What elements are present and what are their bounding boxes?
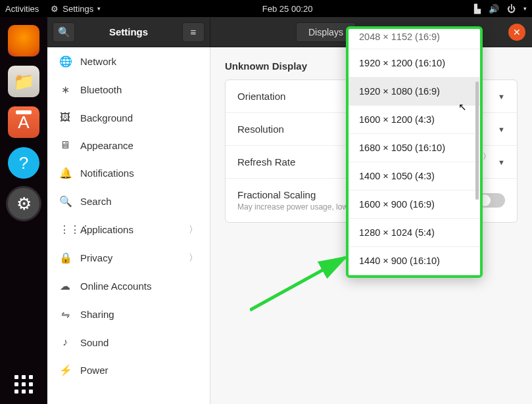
sidebar-item-label: Power: [80, 365, 109, 376]
sidebar-item-label: Online Accounts: [80, 281, 151, 292]
resolution-option[interactable]: 2048 × 1152 (16:9): [349, 29, 480, 49]
svg-line-0: [250, 258, 345, 310]
dock-show-apps[interactable]: [14, 375, 33, 393]
sidebar-item-applications[interactable]: ⋮⋮⋮Applications〉: [47, 215, 210, 244]
sidebar-item-label: Search: [80, 196, 112, 207]
resolution-option[interactable]: 1440 × 900 (16:10): [349, 247, 480, 275]
sidebar-item-label: Appearance: [80, 140, 133, 151]
sidebar-item-background[interactable]: 🖼Background: [47, 104, 210, 131]
dock-firefox[interactable]: [8, 25, 39, 56]
close-icon: ✕: [513, 27, 521, 37]
sidebar-item-bluetooth[interactable]: ∗Bluetooth: [47, 76, 210, 104]
sidebar-item-label: Privacy: [80, 252, 112, 263]
row-label: Orientation: [237, 91, 285, 102]
sidebar-item-sound[interactable]: ♪Sound: [47, 328, 210, 356]
sidebar-item-notifications[interactable]: 🔔Notifications: [47, 159, 210, 187]
chevron-down-icon: ▾: [523, 5, 527, 12]
bluetooth-icon: ∗: [59, 83, 71, 96]
scrollbar[interactable]: [475, 81, 479, 200]
sidebar-item-label: Applications: [80, 224, 133, 235]
resolution-option[interactable]: 1920 × 1200 (16:10): [349, 49, 480, 78]
globe-icon: 🌐: [59, 55, 71, 68]
menu-icon: ≡: [191, 26, 197, 37]
resolution-dropdown[interactable]: 2048 × 1152 (16:9) 1920 × 1200 (16:10) 1…: [346, 26, 483, 278]
bell-icon: 🔔: [59, 167, 71, 179]
sidebar-item-label: Bluetooth: [80, 84, 122, 95]
row-label: Refresh Rate: [237, 156, 295, 168]
sidebar-item-network[interactable]: 🌐Network: [47, 47, 210, 76]
share-icon: ⇋: [59, 308, 71, 321]
lock-icon: 🔒: [59, 252, 71, 264]
chevron-down-icon: ▼: [498, 93, 505, 101]
volume-icon[interactable]: 🔊: [489, 4, 499, 14]
cloud-icon: ☁: [59, 280, 71, 292]
dock-settings[interactable]: ⚙: [8, 188, 39, 219]
row-label: Fractional Scaling: [237, 189, 352, 200]
dock-files[interactable]: 📁: [8, 66, 39, 97]
search-button[interactable]: 🔍: [53, 22, 75, 42]
picture-icon: 🖼: [59, 112, 71, 123]
power-icon[interactable]: ⏻: [507, 4, 516, 14]
app-menu[interactable]: ⚙ Settings ▾: [51, 4, 101, 14]
resolution-option[interactable]: 1400 × 1050 (4:3): [349, 162, 480, 191]
chevron-right-icon: 〉: [189, 252, 198, 264]
chevron-down-icon: ▼: [498, 125, 505, 133]
hamburger-button[interactable]: ≡: [182, 22, 205, 42]
sidebar-item-appearance[interactable]: 🖥Appearance: [47, 131, 210, 159]
grid-icon: ⋮⋮⋮: [59, 223, 71, 236]
row-subtitle: May increase power usage, lowe: [237, 202, 352, 212]
resolution-option[interactable]: 1600 × 900 (16:9): [349, 191, 480, 219]
sidebar-item-label: Notifications: [80, 168, 134, 179]
chevron-right-icon: 〉: [483, 151, 491, 162]
sidebar-item-privacy[interactable]: 🔒Privacy〉: [47, 244, 210, 272]
dock-help[interactable]: ?: [8, 147, 39, 179]
dock: 📁 A ? ⚙: [0, 17, 47, 404]
sidebar-item-sharing[interactable]: ⇋Sharing: [47, 300, 210, 328]
clock[interactable]: Feb 25 00:20: [262, 4, 313, 14]
sidebar-item-power[interactable]: ⚡Power: [47, 356, 210, 384]
settings-sidebar[interactable]: 🌐Network ∗Bluetooth 🖼Background 🖥Appeara…: [47, 47, 210, 404]
dock-software[interactable]: A: [8, 106, 39, 138]
chevron-down-icon: ▾: [97, 5, 101, 12]
power-icon: ⚡: [59, 364, 71, 376]
window-title: Settings: [79, 26, 178, 37]
chevron-right-icon: 〉: [189, 224, 198, 236]
row-label: Resolution: [237, 123, 284, 135]
sidebar-item-label: Network: [80, 56, 116, 67]
resolution-option[interactable]: 1280 × 1024 (5:4): [349, 219, 480, 247]
close-button[interactable]: ✕: [508, 24, 525, 41]
resolution-option[interactable]: 1680 × 1050 (16:10): [349, 134, 480, 162]
sidebar-item-search[interactable]: 🔍Search: [47, 187, 210, 215]
gear-icon: ⚙: [51, 4, 59, 14]
sidebar-item-label: Background: [80, 112, 133, 123]
sidebar-item-label: Sharing: [80, 309, 114, 320]
chevron-down-icon: ▼: [498, 158, 505, 166]
network-icon[interactable]: ▙: [474, 4, 481, 14]
gnome-top-bar: Activities ⚙ Settings ▾ Feb 25 00:20 ▙ 🔊…: [0, 0, 532, 17]
monitor-icon: 🖥: [59, 139, 71, 151]
sidebar-item-label: Sound: [80, 337, 109, 348]
sidebar-item-online-accounts[interactable]: ☁Online Accounts: [47, 272, 210, 300]
search-icon: 🔍: [59, 195, 71, 208]
activities-button[interactable]: Activities: [5, 4, 39, 14]
note-icon: ♪: [59, 336, 71, 348]
mouse-cursor: ↖: [458, 101, 467, 113]
search-icon: 🔍: [58, 26, 70, 38]
